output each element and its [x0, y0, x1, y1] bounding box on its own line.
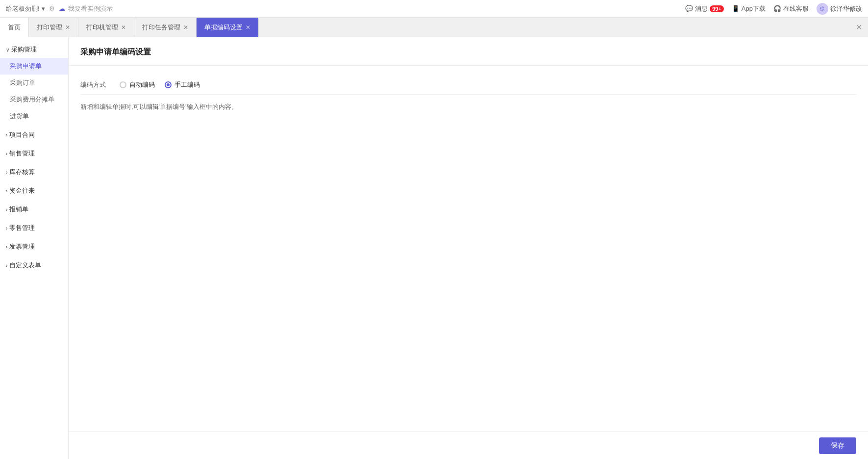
sidebar-item-purchase-request-label: 采购申请单 — [10, 62, 42, 70]
sidebar-group-invoice-mgmt-label: 发票管理 — [9, 242, 35, 251]
sidebar-item-purchase-expense-label: 采购费用分摊单 — [10, 96, 54, 103]
radio-manual-circle[interactable] — [165, 81, 172, 88]
hint-text: 新增和编辑单据时,可以编辑'单据编号'输入框中的内容。 — [80, 102, 856, 111]
main-layout: ∨ 采购管理 采购申请单 采购订单 采购费用分摊单 进货单 › 项目合同 — [0, 37, 868, 459]
sidebar-group-project-contract-title[interactable]: › 项目合同 — [0, 127, 68, 143]
sidebar-group-project-contract-label: 项目合同 — [9, 130, 35, 139]
sidebar-group-returns-title[interactable]: › 报销单 — [0, 201, 68, 218]
sidebar-group-inventory-settlement: › 库存核算 — [0, 164, 68, 180]
chevron-right-icon-2: › — [6, 151, 7, 156]
radio-group-encoding: 自动编码 手工编码 — [120, 80, 200, 89]
page-title: 采购申请单编码设置 — [80, 47, 856, 57]
sidebar-group-retail-mgmt-title[interactable]: › 零售管理 — [0, 220, 68, 236]
tab-home-label: 首页 — [8, 23, 21, 32]
customer-service-label: 在线客服 — [783, 4, 809, 13]
radio-auto-circle[interactable] — [120, 81, 126, 88]
tab-print-mgmt-close[interactable]: ✕ — [65, 24, 70, 31]
sidebar-item-purchase-request[interactable]: 采购申请单 — [0, 58, 68, 75]
avatar: 徐 — [817, 3, 828, 15]
tab-barcode-settings-close[interactable]: ✕ — [246, 24, 250, 31]
chevron-down-icon: ∨ — [6, 47, 9, 52]
sidebar-item-purchase-expense[interactable]: 采购费用分摊单 — [0, 91, 68, 108]
user-profile[interactable]: 徐 徐泽华修改 — [817, 3, 862, 15]
brand-label[interactable]: 给老板勿删! ▾ — [6, 4, 45, 13]
sidebar-group-project-contract: › 项目合同 — [0, 127, 68, 143]
sidebar-group-returns-label: 报销单 — [9, 205, 28, 214]
sidebar-item-stock-in[interactable]: 进货单 — [0, 108, 68, 125]
tab-print-mgmt-label: 打印管理 — [37, 23, 62, 32]
app-download-button[interactable]: 📱 App下载 — [732, 4, 766, 13]
sidebar-group-inventory-settlement-label: 库存核算 — [9, 168, 35, 177]
chevron-right-icon: › — [6, 132, 7, 138]
headset-icon: 🎧 — [773, 5, 781, 12]
sidebar-group-returns: › 报销单 — [0, 201, 68, 218]
tab-barcode-settings[interactable]: 单据编码设置 ✕ — [197, 18, 259, 37]
app-icon: 📱 — [732, 5, 740, 12]
form-label-encoding: 编码方式 — [80, 80, 110, 89]
tab-printer-mgmt-close[interactable]: ✕ — [121, 24, 126, 31]
sidebar-group-invoice-mgmt: › 发票管理 — [0, 238, 68, 255]
top-bar: 给老板勿删! ▾ ⚙ ☁ 我要看实例演示 💬 消息 99+ 📱 App下载 🎧 … — [0, 0, 868, 18]
sidebar-group-custom-forms: › 自定义表单 — [0, 257, 68, 274]
cloud-icon: ☁ — [59, 5, 65, 12]
sidebar-group-invoice-mgmt-title[interactable]: › 发票管理 — [0, 238, 68, 255]
encoding-method-row: 编码方式 自动编码 手工编码 — [80, 76, 856, 95]
top-bar-left: 给老板勿删! ▾ ⚙ ☁ 我要看实例演示 — [6, 4, 113, 13]
radio-auto-label: 自动编码 — [129, 80, 155, 89]
tab-print-task-mgmt-close[interactable]: ✕ — [183, 24, 188, 31]
top-bar-right: 💬 消息 99+ 📱 App下载 🎧 在线客服 徐 徐泽华修改 — [685, 3, 862, 15]
sidebar-item-stock-in-label: 进货单 — [10, 112, 29, 120]
tab-printer-mgmt[interactable]: 打印机管理 ✕ — [78, 18, 134, 37]
customer-service-button[interactable]: 🎧 在线客服 — [773, 4, 809, 13]
radio-auto-encoding[interactable]: 自动编码 — [120, 80, 155, 89]
sidebar-group-sales-mgmt-label: 销售管理 — [9, 149, 35, 158]
sidebar-group-retail-mgmt-label: 零售管理 — [9, 224, 35, 232]
tab-printer-mgmt-label: 打印机管理 — [86, 23, 118, 32]
chevron-right-icon-4: › — [6, 188, 7, 194]
sidebar-group-sales-mgmt-title[interactable]: › 销售管理 — [0, 145, 68, 162]
sidebar-item-purchase-order[interactable]: 采购订单 — [0, 75, 68, 91]
settings-icon[interactable]: ⚙ — [49, 5, 55, 12]
sidebar-group-fund-flow-label: 资金往来 — [9, 186, 35, 195]
sidebar-group-custom-forms-label: 自定义表单 — [9, 261, 41, 270]
sidebar-group-sales-mgmt: › 销售管理 — [0, 145, 68, 162]
tab-barcode-settings-label: 单据编码设置 — [204, 23, 243, 32]
message-button[interactable]: 💬 消息 99+ — [685, 4, 724, 13]
radio-manual-encoding[interactable]: 手工编码 — [165, 80, 200, 89]
radio-manual-label: 手工编码 — [174, 80, 200, 89]
sidebar-group-inventory-settlement-title[interactable]: › 库存核算 — [0, 164, 68, 180]
tab-home[interactable]: 首页 — [0, 18, 29, 37]
sidebar-group-fund-flow: › 资金往来 — [0, 182, 68, 199]
sidebar-group-purchase-mgmt-title[interactable]: ∨ 采购管理 — [0, 41, 68, 58]
save-button[interactable]: 保存 — [819, 437, 856, 454]
chevron-right-icon-5: › — [6, 207, 7, 212]
sidebar: ∨ 采购管理 采购申请单 采购订单 采购费用分摊单 进货单 › 项目合同 — [0, 37, 69, 459]
chevron-right-icon-6: › — [6, 226, 7, 231]
global-close-button[interactable]: ✕ — [850, 23, 868, 32]
message-badge: 99+ — [710, 5, 724, 12]
sidebar-group-custom-forms-title[interactable]: › 自定义表单 — [0, 257, 68, 274]
tab-print-task-mgmt-label: 打印任务管理 — [142, 23, 180, 32]
dropdown-icon[interactable]: ▾ — [42, 5, 45, 12]
sidebar-group-purchase-mgmt-label: 采购管理 — [11, 45, 37, 54]
chevron-right-icon-3: › — [6, 170, 7, 175]
sidebar-group-retail-mgmt: › 零售管理 — [0, 220, 68, 236]
sidebar-item-purchase-order-label: 采购订单 — [10, 79, 35, 86]
content-header: 采购申请单编码设置 — [69, 37, 868, 66]
search-text: 我要看实例演示 — [68, 4, 113, 13]
brand-text: 给老板勿删! — [6, 4, 40, 13]
search-bar[interactable]: ☁ 我要看实例演示 — [59, 4, 113, 13]
tab-print-mgmt[interactable]: 打印管理 ✕ — [29, 18, 78, 37]
message-icon: 💬 — [685, 5, 693, 12]
tab-print-task-mgmt[interactable]: 打印任务管理 ✕ — [134, 18, 197, 37]
sidebar-group-fund-flow-title[interactable]: › 资金往来 — [0, 182, 68, 199]
tab-bar: 首页 打印管理 ✕ 打印机管理 ✕ 打印任务管理 ✕ 单据编码设置 ✕ ✕ — [0, 18, 868, 37]
user-name: 徐泽华修改 — [830, 4, 862, 13]
content-body: 编码方式 自动编码 手工编码 新增和编辑单据时,可以编辑'单据编号'输入框中的内… — [69, 66, 868, 432]
content-area: 采购申请单编码设置 编码方式 自动编码 手工编码 新增和编辑单据时,可以编辑'单… — [69, 37, 868, 459]
content-footer: 保存 — [69, 432, 868, 459]
message-label: 消息 — [695, 4, 708, 13]
chevron-right-icon-8: › — [6, 263, 7, 268]
app-download-label: App下载 — [742, 4, 766, 13]
sidebar-group-purchase-mgmt: ∨ 采购管理 采购申请单 采购订单 采购费用分摊单 进货单 — [0, 41, 68, 125]
